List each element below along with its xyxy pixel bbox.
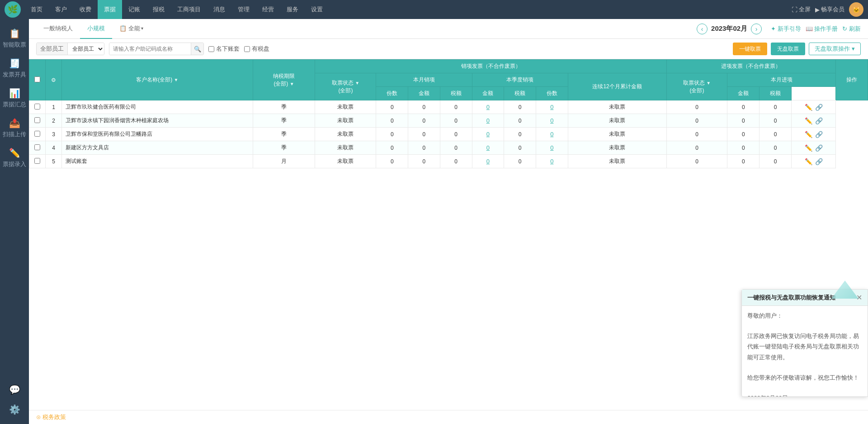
- tab-all-capable-icon: 📋: [119, 25, 127, 32]
- fullscreen-btn[interactable]: ⛶ 全屏: [792, 5, 811, 14]
- nav-service[interactable]: 服务: [280, 0, 305, 19]
- row-checkbox[interactable]: [29, 128, 46, 141]
- edit-icon[interactable]: ✏️: [805, 117, 812, 124]
- next-date-btn[interactable]: ›: [751, 24, 762, 34]
- prev-date-btn[interactable]: ‹: [697, 24, 708, 34]
- sidebar-message-btn[interactable]: 💬: [0, 380, 29, 400]
- diskless-fetch-more-btn[interactable]: 无盘取票操作 ▾: [809, 43, 861, 55]
- top-navigation: 🌿 首页 客户 收费 票据 记账 报税 工商项目 消息 管理 经营 服务 设置 …: [0, 0, 868, 19]
- view-icon[interactable]: 🔗: [815, 131, 823, 138]
- employee-select-wrap[interactable]: 全部员工 全部员工: [36, 43, 104, 55]
- row-checkbox[interactable]: [29, 114, 46, 128]
- tax-policy-link[interactable]: ⊙ 税务政策: [36, 413, 66, 421]
- row-sales-status: 未取票: [315, 100, 376, 114]
- row-checkbox[interactable]: [29, 141, 46, 155]
- search-input[interactable]: [109, 43, 191, 55]
- row-index: 4: [46, 141, 62, 155]
- notification-popup: 一键报税与无盘取票功能恢复通知 ✕ 尊敬的用户：江苏政务网已恢复访问电子税务局功…: [741, 289, 868, 397]
- view-icon[interactable]: 🔗: [815, 104, 823, 111]
- row-sales-month-count: 0: [376, 128, 408, 141]
- select-all-checkbox[interactable]: [34, 76, 40, 82]
- nav-charge[interactable]: 收费: [73, 0, 98, 19]
- view-icon[interactable]: 🔗: [815, 158, 823, 165]
- row-purchase-month-amount: 0: [727, 100, 760, 114]
- avatar[interactable]: 🐱: [849, 2, 863, 17]
- edit-icon[interactable]: ✏️: [805, 131, 812, 138]
- top-nav-menu: 首页 客户 收费 票据 记账 报税 工商项目 消息 管理 经营 服务 设置: [24, 0, 792, 19]
- settings-icon: ⚙️: [9, 404, 20, 415]
- row-checkbox[interactable]: [29, 155, 46, 168]
- diskless-fetch-btn[interactable]: 无盘取票: [771, 43, 805, 55]
- row-purchase-month-tax: 0: [760, 100, 792, 114]
- row-sales-quarter-tax: 0: [504, 114, 536, 128]
- th-ms-count: 份数: [376, 87, 408, 100]
- row-purchase-month-amount: 0: [727, 114, 760, 128]
- nav-message[interactable]: 消息: [207, 0, 231, 19]
- nav-invoice[interactable]: 票据: [98, 0, 122, 19]
- row-purchase-status: 未取票: [568, 141, 666, 155]
- tab-general-taxpayer[interactable]: 一般纳税人: [36, 19, 80, 39]
- tab-all-capable[interactable]: 📋 全能 ▾: [112, 19, 151, 39]
- row-purchase-status: 未取票: [568, 128, 666, 141]
- sidebar-item-scan-upload[interactable]: 📤 扫描上传: [0, 113, 29, 143]
- th-qs-tax: 税额: [504, 87, 536, 100]
- edit-icon[interactable]: ✏️: [805, 144, 812, 152]
- edit-icon[interactable]: ✏️: [805, 158, 812, 165]
- nav-customer[interactable]: 客户: [49, 0, 73, 19]
- row-purchase-month-count: 0: [666, 100, 727, 114]
- sidebar-bottom: 💬 ⚙️: [0, 380, 29, 424]
- refresh-btn[interactable]: ↻ 刷新: [842, 25, 861, 33]
- view-icon[interactable]: 🔗: [815, 144, 823, 152]
- th-month-sales: 本月销项: [376, 73, 472, 87]
- sub-tabs-actions: ✦ 新手引导 📖 操作手册 ↻ 刷新: [771, 25, 861, 33]
- nav-settings[interactable]: 设置: [305, 0, 329, 19]
- th-checkbox: [29, 60, 46, 100]
- nav-operation[interactable]: 经营: [256, 0, 280, 19]
- search-button[interactable]: 🔍: [191, 43, 203, 55]
- row-sales-quarter-tax: 0: [504, 128, 536, 141]
- table-row: 2 卫辉市汲水镇下园润香烟营木种植家庭农场 季 未取票 0 0 0 0 0 0 …: [29, 114, 868, 128]
- has-tax-disk-checkbox[interactable]: 有税盘: [244, 45, 269, 53]
- one-click-fetch-btn[interactable]: 一键取票: [733, 43, 767, 55]
- sidebar-item-invoice-entry[interactable]: ✏️ 票据录入: [0, 143, 29, 173]
- row-sales-month-tax: 0: [440, 128, 472, 141]
- new-guide-btn[interactable]: ✦ 新手引导: [771, 25, 801, 33]
- nav-management[interactable]: 管理: [231, 0, 256, 19]
- sidebar-item-invoice-summary[interactable]: 📊 票据汇总: [0, 83, 29, 113]
- row-purchase-status: 未取票: [568, 114, 666, 128]
- employee-label: 全部员工: [37, 43, 68, 55]
- table-row: 5 测试账套 月 未取票 0 0 0 0 0 0 未取票 0 0 0 ✏️ 🔗: [29, 155, 868, 168]
- row-sales-month-count: 0: [376, 100, 408, 114]
- th-mp-amount: 金额: [727, 87, 760, 100]
- row-purchase-month-count: 0: [666, 114, 727, 128]
- row-purchase-month-tax: 0: [760, 155, 792, 168]
- nav-home[interactable]: 首页: [24, 0, 49, 19]
- row-sales-month-amount: 0: [408, 128, 440, 141]
- row-checkbox[interactable]: [29, 100, 46, 114]
- manual-btn[interactable]: 📖 操作手册: [806, 25, 838, 33]
- row-purchase-month-tax: 0: [760, 141, 792, 155]
- row-sales-month-count: 0: [376, 155, 408, 168]
- employee-dropdown[interactable]: 全部员工: [68, 43, 104, 55]
- my-accounts-checkbox[interactable]: 名下账套: [208, 45, 240, 53]
- tab-small-scale[interactable]: 小规模: [80, 19, 112, 39]
- nav-accounting[interactable]: 记账: [122, 0, 146, 19]
- row-sales-quarter-tax: 0: [504, 141, 536, 155]
- row-sales-year-cumulative: 0: [536, 155, 568, 168]
- nav-tax[interactable]: 报税: [146, 0, 171, 19]
- row-sales-month-tax: 0: [440, 155, 472, 168]
- sidebar-item-invoice-issue[interactable]: 🧾 发票开具: [0, 53, 29, 83]
- row-sales-year-cumulative: 0: [536, 100, 568, 114]
- table-row: 4 新建区方方文具店 季 未取票 0 0 0 0 0 0 未取票 0 0 0 ✏…: [29, 141, 868, 155]
- sidebar-item-smart-fetch[interactable]: 📋 智能取票: [0, 24, 29, 53]
- view-icon[interactable]: 🔗: [815, 117, 823, 124]
- invoice-issue-icon: 🧾: [9, 58, 20, 69]
- sidebar-settings-btn[interactable]: ⚙️: [0, 400, 29, 419]
- row-purchase-month-tax: 0: [760, 114, 792, 128]
- th-qs-amount: 金额: [472, 87, 504, 100]
- edit-icon[interactable]: ✏️: [805, 104, 812, 111]
- row-sales-year-cumulative: 0: [536, 114, 568, 128]
- vip-btn[interactable]: ▶ 畅享会员: [815, 5, 844, 14]
- row-period: 季: [253, 100, 315, 114]
- nav-business[interactable]: 工商项目: [171, 0, 207, 19]
